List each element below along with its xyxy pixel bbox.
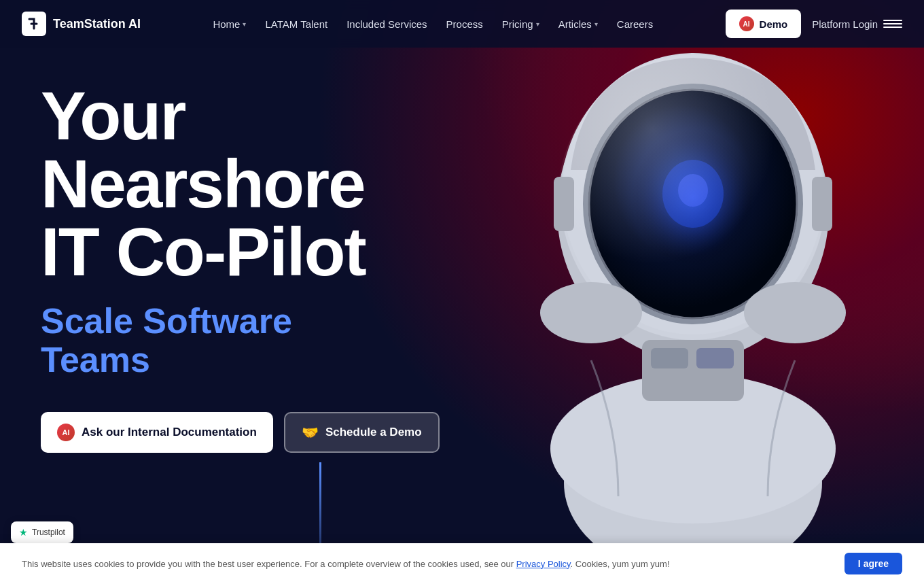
schedule-icon: 🤝 — [302, 424, 319, 441]
brand-logo-icon — [22, 12, 46, 36]
ai-badge-icon: AI — [57, 424, 75, 441]
nav-link-services[interactable]: Included Services — [338, 14, 435, 34]
cookie-banner: This website uses cookies to provide you… — [0, 543, 924, 584]
trustpilot-stars: ★ — [19, 527, 28, 538]
nav-link-home[interactable]: Home ▾ — [205, 14, 254, 34]
hero-headline: Your Nearshore IT Co-Pilot — [41, 82, 440, 286]
ai-icon: AI — [739, 16, 754, 31]
svg-rect-21 — [696, 348, 734, 368]
nav-item-process[interactable]: Process — [438, 14, 491, 34]
nav-link-process[interactable]: Process — [438, 14, 491, 34]
hero-subheadline: Scale Software Teams — [41, 302, 440, 379]
svg-rect-20 — [651, 348, 688, 368]
brand-logo-link[interactable]: TeamStation AI — [22, 12, 141, 36]
privacy-policy-link[interactable]: Privacy Policy — [516, 559, 571, 569]
nav-link-pricing[interactable]: Pricing ▾ — [494, 14, 548, 34]
demo-button[interactable]: AI Demo — [726, 10, 802, 38]
brand-name: TeamStation AI — [53, 17, 141, 31]
hero-astronaut-image — [462, 0, 924, 584]
layers-icon — [883, 17, 902, 31]
nav-item-pricing[interactable]: Pricing ▾ — [494, 14, 548, 34]
platform-login-link[interactable]: Platform Login — [812, 17, 902, 31]
nav-item-services[interactable]: Included Services — [338, 14, 435, 34]
trustpilot-label: Trustpilot — [32, 528, 65, 537]
nav-item-careers[interactable]: Careers — [609, 14, 661, 34]
hero-buttons: AI Ask our Internal Documentation 🤝 Sche… — [41, 412, 440, 453]
nav-item-latam[interactable]: LATAM Talent — [257, 14, 336, 34]
nav-link-latam[interactable]: LATAM Talent — [257, 14, 336, 34]
chevron-down-icon: ▾ — [243, 20, 246, 28]
svg-rect-16 — [812, 177, 832, 231]
nav-link-articles[interactable]: Articles ▾ — [550, 14, 606, 34]
cookie-agree-button[interactable]: I agree — [845, 553, 902, 574]
nav-link-careers[interactable]: Careers — [609, 14, 661, 34]
cookie-message: This website uses cookies to provide you… — [22, 559, 834, 569]
hero-section: Your Nearshore IT Co-Pilot Scale Softwar… — [0, 0, 924, 584]
ask-docs-button[interactable]: AI Ask our Internal Documentation — [41, 412, 273, 453]
hero-content: Your Nearshore IT Co-Pilot Scale Softwar… — [41, 82, 440, 453]
svg-rect-15 — [554, 177, 574, 231]
nav-item-home[interactable]: Home ▾ — [205, 14, 254, 34]
trustpilot-widget[interactable]: ★ Trustpilot — [11, 521, 73, 543]
nav-item-articles[interactable]: Articles ▾ — [550, 14, 606, 34]
chevron-down-icon: ▾ — [594, 20, 598, 28]
navigation: TeamStation AI Home ▾ LATAM Talent Inclu… — [0, 0, 924, 48]
svg-point-18 — [744, 282, 846, 343]
nav-actions: AI Demo Platform Login — [726, 10, 902, 38]
schedule-demo-button[interactable]: 🤝 Schedule a Demo — [284, 412, 440, 453]
chevron-down-icon: ▾ — [536, 20, 539, 28]
svg-point-17 — [540, 282, 642, 343]
nav-links-list: Home ▾ LATAM Talent Included Services Pr… — [205, 14, 661, 34]
